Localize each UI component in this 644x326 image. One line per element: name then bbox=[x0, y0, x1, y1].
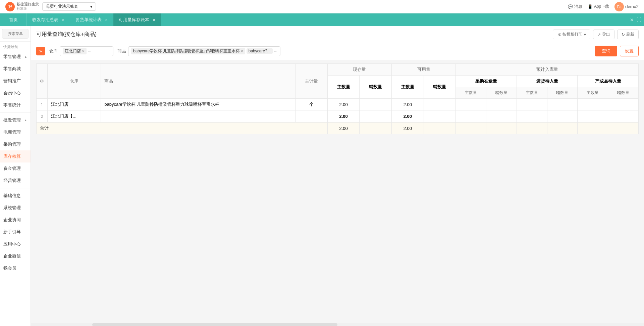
refresh-button[interactable]: ↻ 刷新 bbox=[617, 30, 639, 39]
sidebar-item-inventory[interactable]: 库存核算 bbox=[0, 150, 31, 162]
summary-product-arrival-main bbox=[578, 122, 608, 134]
row-1-stock-aux bbox=[360, 99, 392, 110]
tab-goods-stats-close[interactable]: ✕ bbox=[105, 18, 108, 22]
phone-icon: 📱 bbox=[588, 4, 593, 9]
top-bar-right: 💬 消息 📱 App下载 Ea demo2 bbox=[568, 2, 639, 11]
scrollbar-thumb bbox=[92, 323, 337, 326]
row-2-warehouse: 江北门店【... bbox=[48, 110, 101, 123]
sidebar-item-system[interactable]: 系统管理 bbox=[0, 202, 31, 214]
row-1-main-unit: 个 bbox=[296, 99, 328, 110]
sidebar-item-newbie[interactable]: 新手引导 bbox=[0, 226, 31, 238]
sidebar-item-purchase[interactable]: 采购管理 bbox=[0, 138, 31, 150]
sidebar-item-enterprise-wechat[interactable]: 企业微信 bbox=[0, 250, 31, 262]
purchase-transit-aux-header: 辅数量 bbox=[486, 87, 517, 99]
row-1-purchase-transit-main bbox=[456, 99, 486, 110]
export-button[interactable]: ↗ 导出 bbox=[593, 30, 614, 39]
sidebar-item-retail-store[interactable]: 零售商城 bbox=[0, 63, 31, 75]
settings-button[interactable]: 设置 bbox=[620, 46, 639, 56]
row-1-avail-main: 2.00 bbox=[392, 99, 424, 110]
product-tag-1-value: babycare学饮杯 儿童防摔防撞吸管杯重力球吸嘴杯宝宝水杯 bbox=[133, 48, 239, 54]
sidebar-item-retail-mgmt[interactable]: 零售管理 bbox=[0, 51, 31, 63]
sidebar-item-wholesale[interactable]: 批发管理 bbox=[0, 114, 31, 126]
sidebar-item-retail-stats[interactable]: 零售统计 bbox=[0, 99, 31, 111]
warehouse-col-header: 仓库 bbox=[48, 64, 101, 99]
sidebar-item-operations[interactable]: 经营管理 bbox=[0, 175, 31, 187]
sidebar-item-enterprise[interactable]: 企业协同 bbox=[0, 214, 31, 226]
sidebar-item-member2[interactable]: 畅会员 bbox=[0, 262, 31, 274]
tab-receive-summary[interactable]: 收发存汇总表 ✕ bbox=[27, 13, 70, 26]
horizontal-scrollbar[interactable] bbox=[31, 323, 644, 326]
tab-available-stock[interactable]: 可用量库存账本 ✕ bbox=[113, 13, 161, 26]
tab-goods-stats-label: 要货单统计表 bbox=[75, 17, 102, 23]
summary-avail-main: 2.00 bbox=[392, 122, 424, 134]
row-2-product-arrival-aux bbox=[608, 110, 639, 123]
sidebar-item-app-center[interactable]: 应用中心 bbox=[0, 238, 31, 250]
sidebar: 搜索菜单 快捷导航 零售管理 零售商城 营销推广 会员中心 零售统计 批发管理 … bbox=[0, 26, 31, 326]
sidebar-item-member[interactable]: 会员中心 bbox=[0, 87, 31, 99]
sidebar-item-marketing[interactable]: 营销推广 bbox=[0, 75, 31, 87]
logo-sub: 标准版 bbox=[17, 6, 39, 11]
industry-label: 母婴行业演示账套 bbox=[46, 4, 78, 9]
row-1-avail-aux bbox=[424, 99, 456, 110]
product-arrival-main-header: 主数量 bbox=[578, 87, 608, 99]
summary-stock-main: 2.00 bbox=[327, 122, 360, 134]
export-icon: ↗ bbox=[597, 32, 601, 37]
row-1-product: babycare学饮杯 儿童防摔防撞吸管杯重力球吸嘴杯宝宝水杯 bbox=[101, 99, 296, 110]
row-2-product-arrival-main bbox=[578, 110, 608, 123]
row-2-main-unit bbox=[296, 110, 328, 123]
quick-nav-label: 快捷导航 bbox=[0, 42, 31, 51]
summary-purchase-transit-aux bbox=[486, 122, 517, 134]
tab-home[interactable]: 首页 bbox=[0, 13, 27, 26]
summary-purchase-arrival-aux bbox=[547, 122, 578, 134]
export-label: 导出 bbox=[602, 32, 610, 37]
tab-goods-stats[interactable]: 要货单统计表 ✕ bbox=[70, 13, 113, 26]
sidebar-item-ecommerce[interactable]: 电商管理 bbox=[0, 126, 31, 138]
tab-available-stock-label: 可用量库存账本 bbox=[119, 17, 149, 23]
purchase-arrival-main-header: 主数量 bbox=[517, 87, 547, 99]
app-download-button[interactable]: 📱 App下载 bbox=[588, 4, 609, 9]
product-input[interactable]: babycare学饮杯 儿童防摔防撞吸管杯重力球吸嘴杯宝宝水杯 ✕ babyca… bbox=[128, 46, 280, 56]
user-area[interactable]: Ea demo2 bbox=[614, 2, 639, 11]
row-2-stock-aux bbox=[360, 110, 392, 123]
search-menu-button[interactable]: 搜索菜单 bbox=[2, 29, 29, 39]
print-label: 按模板打印 bbox=[562, 32, 583, 37]
product-tag-1-close[interactable]: ✕ bbox=[240, 49, 243, 53]
message-label: 消息 bbox=[574, 4, 582, 9]
summary-purchase-arrival-main bbox=[517, 122, 547, 134]
row-1-warehouse: 江北门店 bbox=[48, 99, 101, 110]
summary-purchase-transit-main bbox=[456, 122, 486, 134]
main-unit-col-header: 主计量 bbox=[296, 64, 328, 99]
sidebar-item-basic-info[interactable]: 基础信息 bbox=[0, 190, 31, 202]
query-button[interactable]: 查询 bbox=[595, 46, 617, 56]
industry-select[interactable]: 母婴行业演示账套 ▾ bbox=[42, 2, 96, 11]
data-table: ⚙ 仓库 商品 主计量 现存量 可用量 预计入库量 主数量 辅数量 主数量 辅数… bbox=[36, 63, 639, 134]
row-2-purchase-transit-aux bbox=[486, 110, 517, 123]
sidebar-item-finance[interactable]: 资金管理 bbox=[0, 162, 31, 175]
product-tag-1: babycare学饮杯 儿童防摔防撞吸管杯重力球吸嘴杯宝宝水杯 ✕ bbox=[131, 48, 245, 54]
warehouse-more[interactable]: ··· bbox=[88, 49, 91, 53]
nav-tabs: 首页 收发存汇总表 ✕ 要货单统计表 ✕ 可用量库存账本 ✕ ✕ ⛶ bbox=[0, 13, 644, 26]
product-more[interactable]: ··· bbox=[274, 49, 277, 53]
expand-icon[interactable]: ⛶ bbox=[637, 17, 641, 22]
stock-aux-qty-header: 辅数量 bbox=[360, 76, 392, 99]
message-button[interactable]: 💬 消息 bbox=[568, 4, 582, 9]
stock-main-qty-header: 主数量 bbox=[327, 76, 360, 99]
print-button[interactable]: 🖨 按模板打印 ▾ bbox=[553, 30, 590, 39]
logo-text-area: 畅捷通好生意 标准版 bbox=[17, 2, 39, 11]
warehouse-tag-close[interactable]: ✕ bbox=[82, 49, 85, 53]
message-icon: 💬 bbox=[568, 4, 573, 9]
table-row: 1 江北门店 babycare学饮杯 儿童防摔防撞吸管杯重力球吸嘴杯宝宝水杯 个… bbox=[37, 99, 639, 110]
purchase-arrival-header: 进货待入量 bbox=[517, 76, 578, 87]
print-icon: 🖨 bbox=[557, 32, 561, 37]
tab-receive-summary-close[interactable]: ✕ bbox=[62, 18, 64, 22]
avatar: Ea bbox=[614, 2, 624, 11]
product-col-header: 商品 bbox=[101, 64, 296, 99]
row-2-avail-aux bbox=[424, 110, 456, 123]
close-window-icon[interactable]: ✕ bbox=[630, 17, 634, 22]
row-2-purchase-arrival-aux bbox=[547, 110, 578, 123]
row-1-purchase-arrival-main bbox=[517, 99, 547, 110]
filter-toggle-button[interactable]: » bbox=[36, 47, 45, 55]
warehouse-input[interactable]: 江北门店 ✕ ··· bbox=[60, 46, 113, 56]
content-area: 可用量查询(按仓库+商品) 🖨 按模板打印 ▾ ↗ 导出 ↻ 刷新 bbox=[31, 26, 644, 326]
tab-available-stock-close[interactable]: ✕ bbox=[153, 18, 155, 22]
